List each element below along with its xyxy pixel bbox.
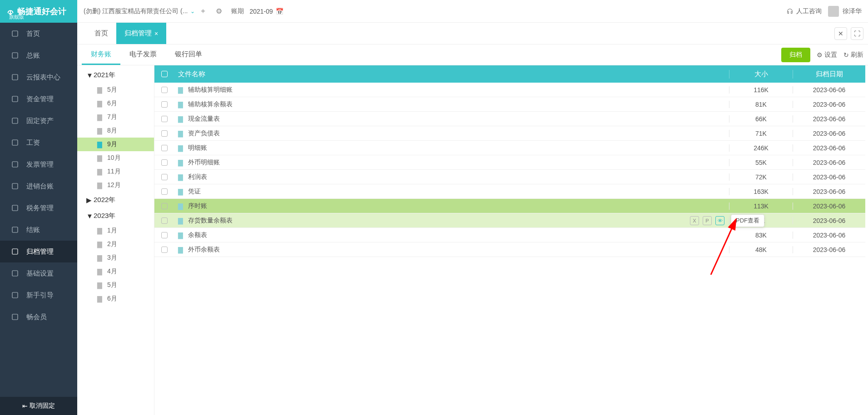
month-label: 3月 <box>107 254 117 262</box>
nav-label: 首页 <box>26 30 40 38</box>
table-row[interactable]: ▇余额表 83K 2023-06-06 <box>154 228 865 242</box>
month-label: 6月 <box>107 99 117 108</box>
tree-year[interactable]: ▼2023年 <box>77 208 154 224</box>
nav-item-8[interactable]: 税务管理 <box>0 197 77 219</box>
row-checkbox[interactable] <box>161 203 168 209</box>
tree-month[interactable]: ▇11月 <box>77 165 154 178</box>
tree-month[interactable]: ▇9月 <box>77 138 154 151</box>
file-table: 文件名称 大小 归档日期 ▇辅助核算明细账 116K 2023-06-06 ▇辅… <box>154 65 868 415</box>
tree-month[interactable]: ▇1月 <box>77 224 154 237</box>
table-row[interactable]: ▇存货数量余额表 2K 2023-06-06 X P 👁 PDF查看 <box>154 213 865 228</box>
tree-month[interactable]: ▇12月 <box>77 178 154 192</box>
nav-item-11[interactable]: 基础设置 <box>0 262 77 284</box>
user-menu[interactable]: 徐泽华 <box>828 6 862 17</box>
chevron-down-icon[interactable]: ⌄ <box>190 8 195 15</box>
export-excel-icon[interactable]: X <box>690 216 699 225</box>
tree-year[interactable]: ▶2022年 <box>77 192 154 208</box>
table-row[interactable]: ▇辅助核算明细账 116K 2023-06-06 <box>154 83 865 97</box>
nav-item-6[interactable]: 发票管理 <box>0 153 77 175</box>
select-all-checkbox[interactable] <box>161 71 168 77</box>
nav-item-4[interactable]: 固定资产 <box>0 110 77 132</box>
table-row[interactable]: ▇现金流量表 66K 2023-06-06 <box>154 112 865 126</box>
sidebar-toggle[interactable]: ⇤ 取消固定 <box>0 397 77 415</box>
company-selector[interactable]: (勿删) 江西服宝精品有限责任公司 (... <box>84 7 188 15</box>
month-label: 11月 <box>107 168 121 176</box>
folder-icon: ▇ <box>178 203 184 210</box>
nav-item-10[interactable]: 归档管理 <box>0 241 77 262</box>
nav-item-1[interactable]: 总账 <box>0 44 77 66</box>
refresh-action[interactable]: ↻ 刷新 <box>843 51 863 59</box>
tree-month[interactable]: ▇5月 <box>77 83 154 97</box>
archive-date: 2023-06-06 <box>793 159 865 166</box>
preview-pdf-icon[interactable]: 👁 <box>715 216 724 225</box>
tab-0[interactable]: 首页 <box>86 23 116 44</box>
fullscreen-button[interactable]: ⛶ <box>851 27 863 40</box>
add-icon[interactable]: ＋ <box>199 6 207 16</box>
table-row[interactable]: ▇资产负债表 71K 2023-06-06 <box>154 126 865 141</box>
nav-item-12[interactable]: 新手引导 <box>0 284 77 306</box>
nav-icon <box>10 94 20 104</box>
table-row[interactable]: ▇外币余额表 48K 2023-06-06 <box>154 242 865 257</box>
table-row[interactable]: ▇凭证 163K 2023-06-06 <box>154 184 865 199</box>
year-label: 2021年 <box>94 71 115 79</box>
sub-tabs: 财务账电子发票银行回单 归档 ⚙ 设置 ↻ 刷新 <box>77 44 868 65</box>
row-checkbox[interactable] <box>161 232 168 238</box>
table-row[interactable]: ▇序时账 113K 2023-06-06 <box>154 199 865 213</box>
nav-item-0[interactable]: 首页 <box>0 23 77 44</box>
folder-icon: ▇ <box>97 114 104 121</box>
settings-action[interactable]: ⚙ 设置 <box>817 51 837 59</box>
tree-month[interactable]: ▇10月 <box>77 151 154 165</box>
tree-year[interactable]: ▼2021年 <box>77 67 154 83</box>
avatar-icon <box>828 6 839 17</box>
nav-icon <box>10 138 20 148</box>
row-checkbox[interactable] <box>161 159 168 166</box>
close-tabs-button[interactable]: ✕ <box>834 27 847 40</box>
calendar-icon[interactable]: 📅 <box>276 8 283 15</box>
table-row[interactable]: ▇利润表 72K 2023-06-06 <box>154 170 865 184</box>
file-size: 66K <box>729 115 793 123</box>
col-size-header: 大小 <box>729 70 793 79</box>
sub-tab-1[interactable]: 电子发票 <box>120 44 166 65</box>
nav-item-7[interactable]: 进销台账 <box>0 175 77 197</box>
row-checkbox[interactable] <box>161 130 168 137</box>
row-checkbox[interactable] <box>161 247 168 253</box>
folder-icon: ▇ <box>178 217 184 224</box>
tree-month[interactable]: ▇2月 <box>77 237 154 251</box>
nav-item-13[interactable]: 畅会员 <box>0 306 77 328</box>
nav-item-3[interactable]: 资金管理 <box>0 88 77 110</box>
row-checkbox[interactable] <box>161 145 168 151</box>
archive-date: 2023-06-06 <box>793 115 865 123</box>
month-label: 2月 <box>107 240 117 248</box>
tree-month[interactable]: ▇7月 <box>77 110 154 124</box>
svg-rect-1 <box>12 53 18 58</box>
tree-month[interactable]: ▇6月 <box>77 292 154 306</box>
gear-icon[interactable]: ⚙ <box>216 7 222 15</box>
tab-1[interactable]: 归档管理× <box>116 23 166 44</box>
archive-button[interactable]: 归档 <box>781 48 810 62</box>
row-checkbox[interactable] <box>161 116 168 122</box>
folder-icon: ▇ <box>97 154 104 162</box>
sub-tab-2[interactable]: 银行回单 <box>166 44 211 65</box>
tree-month[interactable]: ▇3月 <box>77 251 154 265</box>
row-checkbox[interactable] <box>161 101 168 108</box>
tree-month[interactable]: ▇6月 <box>77 97 154 110</box>
row-checkbox[interactable] <box>161 87 168 93</box>
tab-close-icon[interactable]: × <box>154 30 158 37</box>
table-row[interactable]: ▇辅助核算余额表 81K 2023-06-06 <box>154 97 865 112</box>
tree-month[interactable]: ▇8月 <box>77 124 154 138</box>
export-pdf-icon[interactable]: P <box>703 216 712 225</box>
sub-tab-0[interactable]: 财务账 <box>82 44 120 65</box>
tree-month[interactable]: ▇4月 <box>77 265 154 278</box>
period-value[interactable]: 2021-09 <box>249 8 273 15</box>
nav-item-2[interactable]: 云报表中心 <box>0 66 77 88</box>
row-checkbox[interactable] <box>161 188 168 195</box>
table-row[interactable]: ▇明细账 246K 2023-06-06 <box>154 141 865 155</box>
nav-item-9[interactable]: 结账 <box>0 219 77 241</box>
svg-rect-4 <box>12 118 18 124</box>
tree-month[interactable]: ▇5月 <box>77 278 154 292</box>
consult-button[interactable]: 人工咨询 <box>786 7 822 15</box>
nav-item-5[interactable]: 工资 <box>0 132 77 153</box>
row-checkbox[interactable] <box>161 174 168 180</box>
table-row[interactable]: ▇外币明细账 55K 2023-06-06 <box>154 155 865 170</box>
row-checkbox[interactable] <box>161 217 168 224</box>
